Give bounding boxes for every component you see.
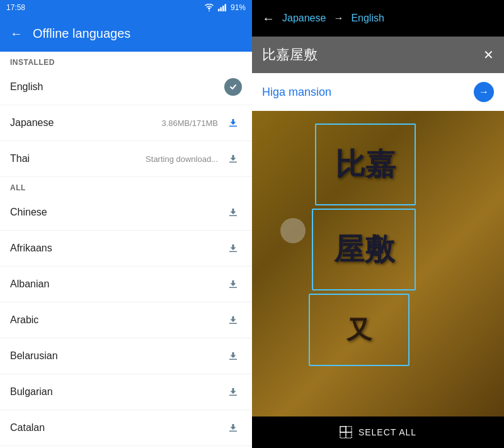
- download-icon-chinese[interactable]: [224, 204, 242, 221]
- svg-rect-17: [346, 432, 352, 438]
- bottom-bar[interactable]: SELECT ALL: [252, 416, 504, 448]
- svg-rect-13: [229, 431, 237, 432]
- lang-name-belarusian: Belarusian: [10, 350, 58, 362]
- lang-item-catalan[interactable]: Catalan: [0, 410, 252, 446]
- lang-item-japanese[interactable]: Japanese 3.86MB/171MB: [0, 105, 252, 141]
- installed-section-label: INSTALLED: [0, 52, 252, 69]
- status-bar-right: 91%: [204, 3, 246, 12]
- lang-name-japanese: Japanese: [10, 117, 54, 129]
- kanji-detection-box-2: 屋敷: [312, 209, 416, 290]
- download-icon-bulgarian[interactable]: [224, 383, 242, 401]
- svg-rect-2: [220, 8, 222, 12]
- lang-name-afrikaans: Afrikaans: [10, 243, 52, 254]
- download-icon-afrikaans[interactable]: [224, 239, 242, 257]
- thai-download-progress: Starting download...: [146, 154, 218, 164]
- svg-point-0: [209, 11, 210, 12]
- page-title: Offline languages: [33, 26, 130, 41]
- lang-name-chinese: Chinese: [10, 207, 47, 218]
- lang-item-albanian[interactable]: Albanian: [0, 267, 252, 302]
- status-bar: 17:58 91%: [0, 0, 252, 15]
- lang-name-catalan: Catalan: [10, 422, 45, 434]
- language-arrow: →: [333, 13, 343, 24]
- lang-item-belarusian[interactable]: Belarusian: [0, 338, 252, 374]
- camera-focus-dot: [280, 218, 306, 243]
- kanji-detection-box-3: 又: [309, 294, 410, 366]
- camera-view: 比嘉 屋敷 又: [252, 111, 504, 416]
- svg-rect-8: [229, 251, 237, 253]
- select-all-label: SELECT ALL: [358, 427, 416, 437]
- lang-name-bulgarian: Bulgarian: [10, 386, 53, 398]
- svg-rect-11: [229, 359, 237, 360]
- lang-name-thai: Thai: [10, 153, 30, 164]
- download-icon-arabic[interactable]: [224, 311, 242, 329]
- go-button[interactable]: →: [474, 82, 494, 102]
- svg-rect-7: [229, 215, 237, 217]
- lang-item-thai[interactable]: Thai Starting download...: [0, 141, 252, 177]
- right-header: ← Japanese → English: [252, 0, 504, 37]
- lang-item-chinese[interactable]: Chinese: [0, 195, 252, 231]
- installed-icon-english: [224, 78, 242, 96]
- back-button[interactable]: ←: [10, 26, 23, 41]
- go-arrow-icon: →: [479, 86, 489, 98]
- translated-text: Higa mansion: [262, 86, 331, 99]
- download-icon-belarusian[interactable]: [224, 347, 242, 365]
- kanji-text-2: 屋敷: [313, 210, 415, 289]
- lang-item-afrikaans[interactable]: Afrikaans: [0, 231, 252, 267]
- app-header: ← Offline languages: [0, 15, 252, 52]
- signal-icon: [218, 4, 227, 11]
- japanese-download-size: 3.86MB/171MB: [161, 118, 218, 128]
- svg-rect-14: [340, 427, 346, 432]
- svg-rect-3: [222, 6, 224, 11]
- right-back-button[interactable]: ←: [262, 11, 275, 26]
- status-time: 17:58: [6, 3, 25, 12]
- lang-right-japanese: 3.86MB/171MB: [161, 114, 242, 132]
- svg-rect-9: [229, 287, 237, 289]
- lang-right-english: [224, 78, 242, 96]
- download-icon-thai[interactable]: [224, 150, 242, 168]
- translation-input-box: 比嘉屋敷 ✕: [252, 37, 504, 73]
- svg-rect-4: [224, 4, 226, 12]
- lang-name-english: English: [10, 81, 43, 93]
- close-translation-button[interactable]: ✕: [483, 47, 494, 62]
- kanji-text-3: 又: [310, 295, 408, 365]
- translation-result-box: Higa mansion →: [252, 73, 504, 111]
- source-language[interactable]: Japanese: [282, 13, 326, 24]
- lang-item-arabic[interactable]: Arabic: [0, 302, 252, 338]
- svg-rect-15: [346, 427, 352, 432]
- source-text: 比嘉屋敷: [262, 45, 318, 64]
- lang-item-english[interactable]: English: [0, 69, 252, 105]
- download-icon-catalan[interactable]: [224, 419, 242, 437]
- lang-right-thai: Starting download...: [146, 150, 242, 168]
- right-panel: ← Japanese → English 比嘉屋敷 ✕ Higa mansion…: [252, 0, 504, 448]
- kanji-text-1: 比嘉: [316, 125, 415, 204]
- lang-name-albanian: Albanian: [10, 279, 49, 290]
- svg-rect-6: [229, 162, 237, 163]
- kanji-detection-box-1: 比嘉: [315, 123, 416, 205]
- lang-item-bulgarian[interactable]: Bulgarian: [0, 374, 252, 410]
- svg-rect-10: [229, 323, 237, 325]
- svg-rect-12: [229, 395, 237, 396]
- download-icon-japanese[interactable]: [224, 114, 242, 132]
- lang-name-arabic: Arabic: [10, 314, 38, 326]
- battery-level: 91%: [231, 3, 246, 12]
- download-icon-albanian[interactable]: [224, 275, 242, 293]
- target-language[interactable]: English: [351, 13, 384, 24]
- select-all-icon: [340, 426, 352, 439]
- svg-rect-5: [229, 126, 237, 127]
- all-section-label: ALL: [0, 177, 252, 195]
- left-panel: 17:58 91% ← Offline languages INST: [0, 0, 252, 448]
- svg-rect-16: [340, 432, 346, 438]
- wifi-icon: [204, 4, 214, 11]
- svg-rect-1: [218, 9, 220, 11]
